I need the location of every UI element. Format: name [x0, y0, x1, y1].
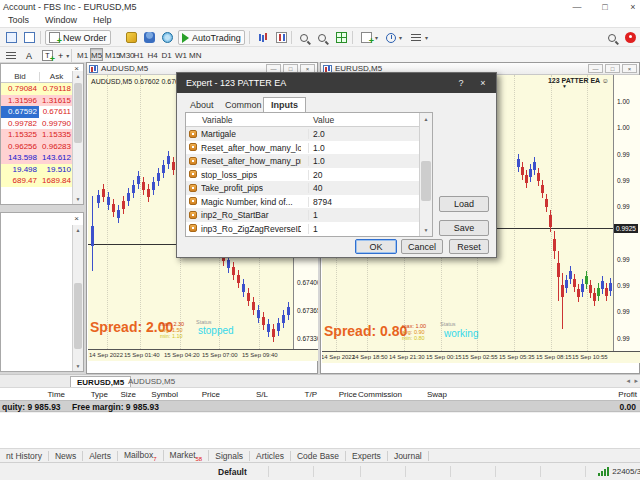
- input-row[interactable]: Magic Number, kind of...8794: [186, 195, 419, 209]
- cancel-button[interactable]: Cancel: [401, 239, 443, 254]
- dialog-close-button[interactable]: ×: [474, 77, 492, 89]
- bid-cell[interactable]: 0.67592: [1, 106, 39, 118]
- bid-cell[interactable]: 689.47: [1, 175, 39, 187]
- input-value[interactable]: 8794: [308, 197, 416, 207]
- timeframe-button-h1[interactable]: H1: [132, 48, 145, 61]
- timeframe-button-m15[interactable]: M15: [104, 48, 117, 61]
- navigator-close-icon[interactable]: ×: [74, 215, 79, 223]
- bid-cell[interactable]: 19.498: [1, 164, 39, 176]
- minimize-button[interactable]: —: [566, 1, 588, 13]
- column-header-size[interactable]: Size: [120, 390, 136, 399]
- navigator-scrollbar[interactable]: ▲ ▼: [72, 225, 83, 371]
- ask-cell[interactable]: 0.67611: [39, 106, 73, 118]
- bid-cell[interactable]: 0.79084: [1, 83, 39, 95]
- quote-row[interactable]: 689.471689.84: [1, 175, 73, 187]
- input-row[interactable]: Take_profit_pips40: [186, 181, 419, 195]
- ask-cell[interactable]: 143.612: [39, 152, 73, 164]
- menu-help[interactable]: Help: [85, 14, 120, 25]
- toolbox-tab-alerts[interactable]: Alerts: [83, 451, 118, 461]
- quote-row[interactable]: 19.49819.510: [1, 164, 73, 176]
- quote-row[interactable]: 1.315961.31615: [1, 95, 73, 107]
- quote-row[interactable]: 0.997820.99790: [1, 118, 73, 130]
- input-row[interactable]: stop_loss_pips20: [186, 168, 419, 182]
- column-header-swap[interactable]: Swap: [427, 390, 447, 399]
- tab-scroll-right-icon[interactable]: ▸: [634, 377, 638, 385]
- bid-column-header[interactable]: Bid: [1, 72, 39, 81]
- tab-inputs[interactable]: Inputs: [263, 97, 306, 112]
- inputs-table-scrollbar[interactable]: ▲ ▼: [419, 113, 432, 236]
- quote-row[interactable]: 0.790840.79118: [1, 83, 73, 95]
- column-header-sl[interactable]: S/L: [256, 390, 268, 399]
- toolbox-tab-mailbox[interactable]: Mailbox7: [118, 450, 164, 462]
- column-header-symbol[interactable]: Symbol: [151, 390, 178, 399]
- bid-cell[interactable]: 1.31596: [1, 95, 39, 107]
- column-header-time[interactable]: Time: [48, 390, 65, 399]
- candle-chart-button[interactable]: [272, 30, 291, 45]
- timeframe-button-h4[interactable]: H4: [146, 48, 159, 61]
- timeframe-button-mn[interactable]: MN: [188, 48, 201, 61]
- bid-cell[interactable]: 143.598: [1, 152, 39, 164]
- menu-window[interactable]: Window: [37, 14, 85, 25]
- timeframe-button-m5[interactable]: M5: [90, 48, 103, 61]
- input-value[interactable]: 1: [308, 210, 416, 220]
- ask-cell[interactable]: 1.15335: [39, 129, 73, 141]
- toolbox-tab-journal[interactable]: Journal: [388, 451, 429, 461]
- tab-about[interactable]: About: [182, 97, 222, 112]
- bid-cell[interactable]: 1.15325: [1, 129, 39, 141]
- variable-column-header[interactable]: Variable: [202, 115, 233, 125]
- toolbox-tab-news[interactable]: News: [49, 451, 83, 461]
- column-header-profit[interactable]: Profit: [618, 390, 637, 399]
- input-value[interactable]: 40: [308, 183, 416, 193]
- menu-tools[interactable]: Tools: [0, 14, 37, 25]
- quote-row[interactable]: 1.153251.15335: [1, 129, 73, 141]
- chart-close-button[interactable]: ×: [622, 64, 637, 73]
- input-row[interactable]: Martigale2.0: [186, 127, 419, 141]
- cursor-button[interactable]: [2, 48, 21, 63]
- zoom-out-button[interactable]: [314, 30, 330, 45]
- toolbox-tab-articles[interactable]: Articles: [250, 451, 291, 461]
- input-value[interactable]: 1.0: [308, 143, 416, 153]
- column-header-commission[interactable]: Commission: [358, 390, 402, 399]
- ask-cell[interactable]: 1.31615: [39, 95, 73, 107]
- ask-column-header[interactable]: Ask: [39, 72, 73, 81]
- text-a-button[interactable]: A: [22, 48, 36, 63]
- scrollbar-thumb[interactable]: [74, 283, 82, 349]
- input-row[interactable]: Reset_after_how_many_loss1.0: [186, 141, 419, 155]
- load-button[interactable]: Load: [439, 196, 489, 212]
- bid-cell[interactable]: 0.99782: [1, 118, 39, 130]
- periods-button[interactable]: ▾: [382, 30, 406, 45]
- zoom-in-button[interactable]: [296, 30, 312, 45]
- new-order-button[interactable]: New Order: [45, 30, 111, 45]
- dialog-help-button[interactable]: ?: [452, 77, 470, 89]
- indicators-button[interactable]: ▾: [357, 30, 382, 45]
- column-header-type[interactable]: Type: [91, 390, 108, 399]
- publisher-button[interactable]: [140, 30, 159, 45]
- search-button[interactable]: [604, 30, 620, 45]
- column-header-tp[interactable]: T/P: [305, 390, 317, 399]
- input-value[interactable]: 20: [308, 170, 416, 180]
- quote-row[interactable]: 0.962560.96283: [1, 141, 73, 153]
- ask-cell[interactable]: 1689.84: [39, 175, 73, 187]
- dialog-title-bar[interactable]: Expert - 123 PATTER EA ? ×: [177, 73, 496, 93]
- ask-cell[interactable]: 19.510: [39, 164, 73, 176]
- ask-cell[interactable]: 0.99790: [39, 118, 73, 130]
- templates-button[interactable]: ▾: [407, 30, 432, 45]
- autotrading-button[interactable]: AutoTrading: [178, 30, 245, 45]
- tab-common[interactable]: Common: [217, 97, 270, 112]
- notifications-button[interactable]: [621, 30, 640, 45]
- webterminal-button[interactable]: [158, 30, 177, 45]
- timeframe-button-w1[interactable]: W1: [174, 48, 187, 61]
- toolbox-tab-signals[interactable]: Signals: [209, 451, 250, 461]
- close-button[interactable]: ×: [622, 1, 640, 13]
- timeframe-button-m30[interactable]: M30: [118, 48, 131, 61]
- market-watch-scrollbar[interactable]: ▲ ▼: [72, 71, 83, 204]
- toolbox-tab-market[interactable]: Market58: [164, 450, 210, 462]
- bar-chart-button[interactable]: [254, 30, 273, 45]
- tab-scroll-left-icon[interactable]: ◂: [626, 377, 630, 385]
- profile-name[interactable]: Default: [218, 467, 247, 477]
- chart-minimize-button[interactable]: —: [588, 64, 603, 73]
- bid-cell[interactable]: 0.96256: [1, 141, 39, 153]
- ask-cell[interactable]: 0.79118: [39, 83, 73, 95]
- reset-button[interactable]: Reset: [449, 239, 489, 254]
- toolbox-tab-codebase[interactable]: Code Base: [291, 451, 346, 461]
